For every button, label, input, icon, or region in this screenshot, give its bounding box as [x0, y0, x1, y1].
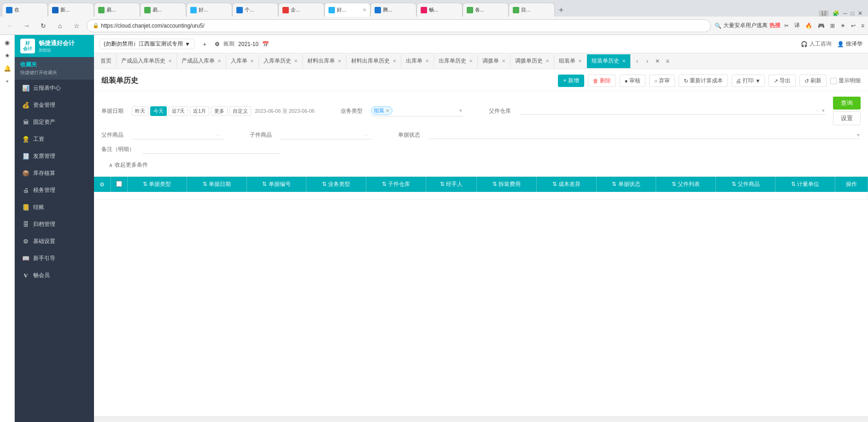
nav-tab-outbound[interactable]: 出库单 ✕	[401, 54, 434, 68]
refresh-button[interactable]: ↺ 刷新	[799, 75, 827, 87]
column-disassembly-fee[interactable]: ⇅ 拆装费用	[477, 177, 537, 192]
nav-tab-inbound-history-close[interactable]: ✕	[294, 58, 298, 64]
month-button[interactable]: 近1月	[190, 106, 209, 116]
service-button[interactable]: 🎧 人工咨询	[801, 40, 832, 48]
sun-icon[interactable]: ☀	[840, 23, 845, 29]
nav-more-btn[interactable]: ≡	[663, 57, 672, 66]
minimize-button[interactable]: ─	[843, 10, 847, 17]
nav-tab-transfer-close[interactable]: ✕	[502, 58, 505, 64]
nav-tab-outbound-history[interactable]: 出库单历史 ✕	[434, 54, 478, 68]
nav-close-btn[interactable]: ✕	[653, 57, 662, 66]
review-button[interactable]: ● 审核	[620, 75, 645, 87]
sidebar-item-tax[interactable]: 🖨 税务管理	[15, 182, 94, 199]
sidebar-item-assets[interactable]: 🏛 固定资产	[15, 114, 94, 131]
nav-tab-material-out-history-close[interactable]: ✕	[393, 58, 396, 64]
print-button[interactable]: 🖨 打印 ▼	[732, 75, 765, 87]
add-button[interactable]: + 新增	[558, 75, 584, 87]
nav-tab-assembly-close[interactable]: ✕	[578, 58, 582, 64]
tab-11[interactable]: 各...	[463, 3, 509, 17]
column-parent-goods[interactable]: ⇅ 父件商品	[716, 177, 775, 192]
child-goods-input[interactable]	[280, 132, 363, 138]
column-settings[interactable]: ⚙	[94, 177, 111, 192]
nav-tab-assembly-history[interactable]: 组装单历史 ✕	[587, 54, 631, 68]
custom-date-button[interactable]: 自定义	[229, 106, 251, 116]
business-type-dropdown[interactable]: ▼	[458, 108, 463, 113]
delete-button[interactable]: 🗑 删除	[588, 75, 616, 87]
nav-tab-finished-history[interactable]: 产成品入库单历史 ✕	[117, 54, 177, 68]
column-business-type[interactable]: ⇅ 业务类型	[306, 177, 366, 192]
sidebar-item-reports[interactable]: 📊 云报表中心	[15, 80, 94, 97]
nav-tab-material-out-close[interactable]: ✕	[338, 58, 341, 64]
nav-tab-material-out[interactable]: 材料出库单 ✕	[303, 54, 346, 68]
select-all-checkbox[interactable]	[116, 181, 122, 187]
translate-icon[interactable]: 译	[794, 22, 800, 29]
close-window-button[interactable]: ✕	[858, 10, 862, 17]
business-type-tag-close[interactable]: ✕	[386, 108, 389, 113]
recalc-button[interactable]: ↻ 重新计算成本	[679, 75, 728, 87]
calendar-icon[interactable]: 📅	[262, 41, 269, 47]
show-detail-checkbox[interactable]	[830, 78, 837, 84]
tab-12[interactable]: 目...	[509, 3, 555, 17]
nav-tab-inbound[interactable]: 入库单 ✕	[226, 54, 259, 68]
menu-icon[interactable]: ≡	[861, 23, 864, 29]
undo-icon[interactable]: ↩	[851, 23, 856, 29]
tab-7[interactable]: 企...	[278, 3, 324, 17]
sidebar-item-settings[interactable]: ⚙ 基础设置	[15, 233, 94, 250]
nav-tab-material-out-history[interactable]: 材料出库单历史 ✕	[346, 54, 401, 68]
sidebar-item-accounts[interactable]: 📒 结账	[15, 199, 94, 216]
status-dropdown[interactable]: ▼	[856, 133, 861, 138]
nav-tab-outbound-history-close[interactable]: ✕	[469, 58, 473, 64]
settings-gear-icon[interactable]: ⚙	[215, 41, 220, 47]
tab-close-8[interactable]: ✕	[363, 7, 366, 12]
nav-tab-finished-history-close[interactable]: ✕	[168, 58, 172, 64]
add-company-button[interactable]: +	[198, 39, 211, 50]
nav-tab-inbound-close[interactable]: ✕	[250, 58, 254, 64]
nav-tab-transfer-history[interactable]: 调拨单历史 ✕	[510, 54, 554, 68]
tab-2[interactable]: 新...	[48, 3, 94, 17]
sidebar-item-invoice[interactable]: 🧾 发票管理	[15, 148, 94, 165]
tab-5[interactable]: 好...	[186, 3, 232, 17]
scroll-area[interactable]	[94, 416, 868, 422]
tab-10[interactable]: 畅...	[416, 3, 463, 17]
scissors-icon[interactable]: ✂	[784, 23, 789, 29]
parent-warehouse-more[interactable]: ···	[815, 108, 819, 113]
forward-button[interactable]: →	[20, 19, 33, 32]
tab-1[interactable]: 在	[2, 3, 48, 17]
column-doc-type[interactable]: ⇅ 单据类型	[127, 177, 187, 192]
sidebar-item-guide[interactable]: 📖 新手引导	[15, 250, 94, 267]
browser-sidebar-icon-3[interactable]: 🔔	[2, 63, 13, 74]
nav-right-arrow[interactable]: ›	[643, 57, 652, 66]
extensions-icon[interactable]: 🧩	[833, 10, 839, 17]
maximize-button[interactable]: □	[851, 10, 854, 17]
home-button[interactable]: ⌂	[53, 19, 66, 32]
user-button[interactable]: 👤 徐泽华	[837, 40, 862, 48]
grid-icon[interactable]: ⊞	[830, 23, 835, 29]
column-handler[interactable]: ⇅ 经手人	[426, 177, 477, 192]
child-goods-more[interactable]: ···	[365, 133, 369, 138]
yesterday-button[interactable]: 昨天	[132, 106, 148, 116]
tab-9[interactable]: 腾...	[370, 3, 416, 17]
nav-tab-assembly-history-close[interactable]: ✕	[622, 58, 626, 64]
parent-goods-input[interactable]	[132, 132, 215, 138]
export-button[interactable]: ↗ 导出	[768, 75, 796, 87]
column-checkbox[interactable]	[111, 177, 127, 192]
nav-tab-finished[interactable]: 产成品入库单 ✕	[177, 54, 226, 68]
column-doc-no[interactable]: ⇅ 单据编号	[246, 177, 306, 192]
parent-warehouse-dropdown[interactable]: ▼	[821, 108, 826, 113]
nav-tab-home[interactable]: 首页	[96, 54, 117, 68]
column-unit[interactable]: ⇅ 计量单位	[775, 177, 835, 192]
company-selector[interactable]: (勿删勿禁用）江西服宝测试专用 ▼	[100, 39, 194, 49]
back-button[interactable]: ←	[4, 19, 17, 32]
week-button[interactable]: 近7天	[169, 106, 188, 116]
nav-tab-inbound-history[interactable]: 入库单历史 ✕	[259, 54, 303, 68]
browser-sidebar-icon-4[interactable]: +	[2, 75, 13, 87]
column-doc-date[interactable]: ⇅ 单据日期	[187, 177, 247, 192]
column-status[interactable]: ⇅ 单据状态	[596, 177, 656, 192]
tab-6[interactable]: 个...	[232, 3, 278, 17]
favorites-shortcut[interactable]: 快捷键打开收藏夹	[20, 69, 88, 76]
sidebar-item-archive[interactable]: 🗄 归档管理	[15, 216, 94, 233]
game-icon[interactable]: 🎮	[818, 23, 825, 29]
query-button[interactable]: 查询	[833, 97, 861, 110]
nav-tab-assembly[interactable]: 组装单 ✕	[554, 54, 587, 68]
show-detail-toggle[interactable]: 显示明细	[830, 77, 861, 85]
